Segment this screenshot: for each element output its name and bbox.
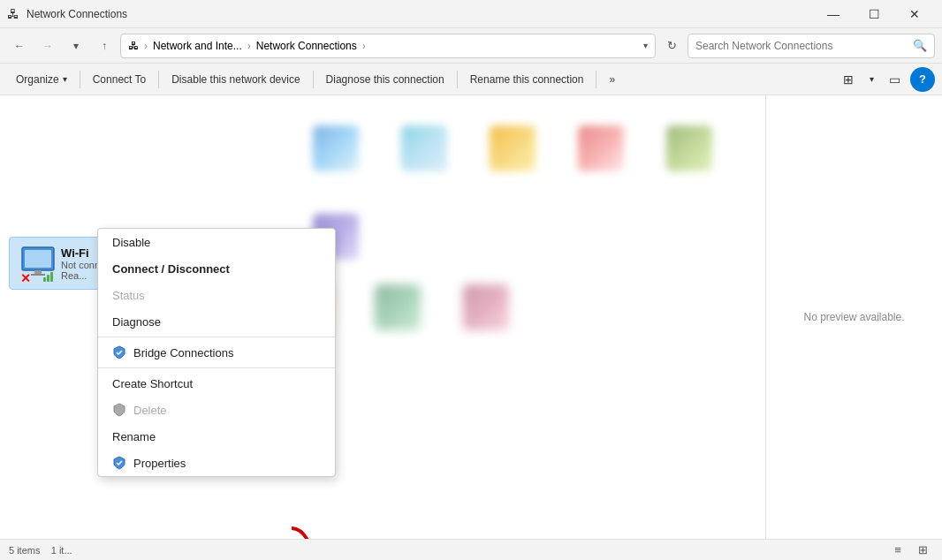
path-separator-2: ›	[247, 40, 251, 52]
status-right: ≡ ⊞	[887, 541, 933, 559]
toolbar-separator-3	[313, 71, 314, 88]
ctx-properties[interactable]: Properties	[98, 450, 335, 476]
dropdown-arrow[interactable]: ▾	[643, 41, 648, 50]
toolbar-separator-5	[596, 71, 596, 88]
ctx-diagnose-label: Diagnose	[112, 315, 161, 329]
no-preview-text: No preview available.	[803, 311, 904, 323]
main-area: ✕ Wi-Fi Not connected Rea... Disable Con…	[0, 95, 942, 539]
path-separator-3: ›	[362, 40, 366, 52]
ctx-shortcut[interactable]: Create Shortcut	[98, 370, 335, 397]
list-view-button[interactable]: ≡	[887, 541, 908, 559]
network-icon-bg-2	[389, 113, 460, 184]
breadcrumb-icon: 🖧	[128, 40, 139, 52]
ctx-bridge-shield	[112, 345, 126, 359]
minimize-button[interactable]: —	[813, 0, 854, 28]
ctx-status-label: Status	[112, 289, 145, 302]
status-bar: 5 items 1 it... ≡ ⊞	[0, 539, 942, 560]
ctx-bridge[interactable]: Bridge Connections	[98, 339, 335, 366]
close-button[interactable]: ✕	[894, 0, 935, 28]
search-input[interactable]	[695, 40, 909, 52]
properties-arrow	[97, 519, 327, 539]
disable-button[interactable]: Disable this network device	[163, 64, 308, 95]
ctx-properties-shield	[112, 456, 126, 470]
title-bar: 🖧 Network Connections — ☐ ✕	[0, 0, 942, 28]
grid-view-button[interactable]: ⊞	[912, 541, 933, 559]
connect-to-button[interactable]: Connect To	[84, 64, 156, 95]
search-icon: 🔍	[913, 39, 927, 52]
refresh-button[interactable]: ↻	[659, 34, 684, 58]
title-bar-left: 🖧 Network Connections	[7, 7, 127, 21]
svg-rect-5	[43, 277, 46, 282]
ctx-sep-1	[98, 337, 335, 337]
path-separator-1: ›	[144, 40, 148, 52]
organize-button[interactable]: Organize ▾	[7, 64, 76, 95]
network-icon-bg-10	[451, 272, 521, 343]
svg-rect-3	[31, 274, 45, 276]
wifi-icon: ✕	[19, 246, 54, 281]
search-box[interactable]: 🔍	[688, 34, 935, 58]
ctx-rename[interactable]: Rename	[98, 423, 335, 450]
view-button[interactable]: ⊞	[836, 67, 861, 92]
network-icon-bg-4	[566, 113, 636, 184]
ctx-delete-shield	[112, 403, 126, 417]
ctx-connect-disconnect[interactable]: Connect / Disconnect	[98, 255, 335, 282]
back-button[interactable]: ←	[7, 34, 32, 58]
title-bar-controls: — ☐ ✕	[813, 0, 935, 28]
toolbar-separator-1	[80, 71, 80, 88]
ctx-connect-disconnect-label: Connect / Disconnect	[112, 262, 230, 276]
more-button[interactable]: »	[600, 64, 624, 95]
status-count: 5 items 1 it...	[9, 545, 72, 556]
ctx-properties-label: Properties	[133, 457, 186, 470]
rename-button[interactable]: Rename this connection	[461, 64, 593, 95]
ctx-disable[interactable]: Disable	[98, 229, 335, 255]
diagnose-button[interactable]: Diagnose this connection	[317, 64, 453, 95]
forward-button[interactable]: →	[35, 34, 60, 58]
toolbar: Organize ▾ Connect To Disable this netwo…	[0, 64, 942, 95]
context-menu: Disable Connect / Disconnect Status Diag…	[97, 228, 336, 477]
content-area[interactable]: ✕ Wi-Fi Not connected Rea... Disable Con…	[0, 95, 765, 539]
app-icon: 🖧	[7, 7, 19, 21]
ctx-diagnose[interactable]: Diagnose	[98, 308, 335, 335]
right-panel: No preview available.	[765, 95, 942, 539]
ctx-shortcut-label: Create Shortcut	[112, 377, 193, 390]
ctx-sep-2	[98, 367, 335, 368]
network-icon-bg-5	[654, 113, 725, 184]
network-icon-bg-9	[362, 272, 433, 343]
svg-rect-1	[25, 250, 51, 268]
help-button[interactable]: ?	[910, 67, 935, 92]
toolbar-separator-4	[457, 71, 458, 88]
ctx-delete-label: Delete	[133, 404, 167, 417]
ctx-delete: Delete	[98, 397, 335, 423]
svg-rect-2	[34, 270, 42, 274]
breadcrumb-path1: Network and Inte...	[153, 40, 242, 52]
maximize-button[interactable]: ☐	[854, 0, 894, 28]
svg-rect-7	[50, 272, 53, 282]
svg-rect-6	[47, 275, 49, 282]
toolbar-right: ⊞ ▾ ▭ ?	[836, 67, 935, 92]
toolbar-separator-2	[158, 71, 159, 88]
breadcrumb-path2: Network Connections	[256, 40, 357, 52]
ctx-rename-label: Rename	[112, 430, 156, 443]
address-path[interactable]: 🖧 › Network and Inte... › Network Connec…	[120, 34, 656, 58]
window-title: Network Connections	[27, 8, 127, 20]
address-bar: ← → ▾ ↑ 🖧 › Network and Inte... › Networ…	[0, 28, 942, 64]
up-button[interactable]: ↑	[92, 34, 117, 58]
recent-button[interactable]: ▾	[64, 34, 88, 58]
ctx-bridge-label: Bridge Connections	[133, 346, 233, 359]
view-caret-button[interactable]: ▾	[864, 67, 878, 92]
network-icon-bg-3	[477, 113, 548, 184]
network-icon-bg-1	[300, 113, 371, 184]
svg-text:✕: ✕	[20, 271, 31, 284]
pane-button[interactable]: ▭	[882, 67, 907, 92]
ctx-disable-label: Disable	[112, 236, 150, 249]
ctx-status: Status	[98, 282, 335, 308]
